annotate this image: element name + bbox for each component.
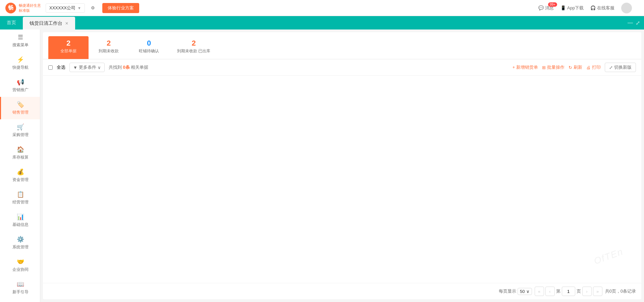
sidebar-item-search[interactable]: ☰ 搜索菜单 (0, 29, 40, 52)
toolbar-right: + 新增销货单 ⊞ 批量操作 ↻ 刷新 🖨 打印 ⤢ (513, 63, 636, 72)
settings-button[interactable]: ⚙ (88, 3, 98, 13)
company-selector[interactable]: XXXXXX公司 ▼ (46, 3, 85, 13)
stat-tab-overdue[interactable]: 2 到期未收款 (89, 36, 129, 59)
guide-icon: 📖 (17, 281, 24, 288)
toolbar: 全选 ▼ 更多条件 ∨ 共找到 0条 相关单据 + 新增销货单 ⊞ 批量操作 (43, 59, 641, 76)
avatar[interactable] (621, 3, 632, 13)
sidebar-item-sales[interactable]: 🏷️ 销售管理 (0, 97, 40, 119)
tab-bar-right: — ⤢ (628, 20, 644, 26)
page-last-button[interactable]: » (593, 287, 602, 296)
logo-area: 畅 畅捷通好生意 标准版 (5, 3, 46, 13)
batch-icon: ⊞ (542, 65, 546, 70)
top-header: 畅 畅捷通好生意 标准版 XXXXXX公司 ▼ ⚙ 体验行业方案 💬 消息 99… (0, 0, 644, 16)
page-first-button[interactable]: « (535, 287, 544, 296)
filter-button[interactable]: ▼ 更多条件 ∨ (69, 63, 105, 72)
header-right: 💬 消息 99+ 📱 App下载 🎧 在线客服 (538, 3, 639, 13)
print-button[interactable]: 🖨 打印 (586, 64, 601, 70)
empty-content (43, 76, 641, 283)
switch-icon: ⤢ (609, 65, 613, 70)
tab-bar: 首页 钱货日清工作台 ✕ — ⤢ (0, 16, 644, 29)
main-layout: ☰ 搜索菜单 ⚡ 快捷导航 📢 营销推广 🏷️ 销售管理 🛒 采购管理 🏠 库存… (0, 29, 644, 302)
add-sales-order-button[interactable]: + 新增销货单 (513, 64, 538, 70)
experience-button[interactable]: 体验行业方案 (102, 3, 139, 13)
tab-workbench[interactable]: 钱货日清工作台 ✕ (23, 17, 75, 30)
online-service-button[interactable]: 🎧 在线客服 (590, 5, 614, 11)
total-info: 共0页，0条记录 (605, 288, 636, 294)
sales-icon: 🏷️ (17, 101, 24, 108)
sidebar-item-basic-info[interactable]: 📊 基础信息 (0, 209, 40, 232)
message-button[interactable]: 💬 消息 99+ (538, 5, 554, 11)
finance-icon: 💰 (17, 168, 24, 176)
tab-close-icon[interactable]: ✕ (65, 21, 68, 26)
refresh-icon: ↻ (569, 65, 572, 70)
system-icon: ⚙️ (17, 236, 24, 243)
logo-text: 畅捷通好生意 标准版 (19, 3, 41, 13)
message-icon: 💬 (538, 5, 544, 10)
chevron-filter-icon: ∨ (98, 65, 101, 70)
stat-tab-wangpu[interactable]: 0 旺铺待确认 (129, 36, 169, 59)
operations-icon: 📋 (17, 191, 24, 198)
lightning-icon: ⚡ (17, 56, 24, 63)
pagination-bar: 每页显示 50 ∨ « ‹ 第 页 › » 共0页，0条记录 (43, 283, 641, 299)
batch-operation-button[interactable]: ⊞ 批量操作 (542, 64, 565, 70)
filter-icon: ▼ (73, 65, 77, 70)
page-navigation: « ‹ 第 页 › » (535, 287, 602, 296)
sidebar-item-system[interactable]: ⚙️ 系统管理 (0, 232, 40, 254)
switch-version-button[interactable]: ⤢ 切换新版 (605, 63, 636, 72)
service-icon: 🎧 (590, 5, 596, 10)
found-count: 0条 (123, 65, 130, 70)
content-inner: 2 全部单据 2 到期未收款 0 旺铺待确认 2 到期未收款 已出库 (43, 32, 641, 299)
page-number-input[interactable] (562, 287, 575, 296)
sidebar-item-purchase[interactable]: 🛒 采购管理 (0, 119, 40, 142)
page-size-dropdown[interactable]: 50 ∨ (518, 288, 532, 295)
search-menu-icon: ☰ (18, 34, 23, 41)
tab-minimize-icon[interactable]: — (628, 20, 633, 26)
sidebar-item-enterprise[interactable]: 🤝 企业协同 (0, 254, 40, 277)
page-next-button[interactable]: › (582, 287, 592, 296)
sidebar-item-operations[interactable]: 📋 经营管理 (0, 187, 40, 209)
purchase-icon: 🛒 (17, 123, 24, 131)
app-download-button[interactable]: 📱 App下载 (560, 5, 584, 11)
sidebar: ☰ 搜索菜单 ⚡ 快捷导航 📢 营销推广 🏷️ 销售管理 🛒 采购管理 🏠 库存… (0, 29, 40, 302)
stat-tab-all[interactable]: 2 全部单据 (48, 36, 89, 59)
refresh-button[interactable]: ↻ 刷新 (569, 64, 582, 70)
stats-tabs: 2 全部单据 2 到期未收款 0 旺铺待确认 2 到期未收款 已出库 (43, 32, 641, 59)
print-icon: 🖨 (586, 65, 591, 70)
inventory-icon: 🏠 (17, 146, 24, 153)
enterprise-icon: 🤝 (17, 258, 24, 265)
page-prev-button[interactable]: ‹ (545, 287, 555, 296)
tab-home[interactable]: 首页 (0, 16, 23, 29)
tab-expand-icon[interactable]: ⤢ (636, 20, 640, 26)
download-icon: 📱 (560, 5, 566, 10)
sidebar-item-inventory[interactable]: 🏠 库存核算 (0, 142, 40, 164)
message-badge: 99+ (548, 2, 557, 7)
sidebar-item-guide[interactable]: 📖 新手引导 (0, 277, 40, 299)
content-area: 2 全部单据 2 到期未收款 0 旺铺待确认 2 到期未收款 已出库 (40, 29, 644, 302)
marketing-icon: 📢 (17, 78, 24, 86)
dropdown-arrow-icon: ∨ (526, 289, 530, 294)
basic-info-icon: 📊 (17, 213, 24, 221)
sidebar-item-finance[interactable]: 💰 资金管理 (0, 164, 40, 187)
sidebar-item-marketing[interactable]: 📢 营销推广 (0, 74, 40, 97)
select-all-checkbox[interactable] (48, 65, 53, 70)
select-all-label: 全选 (57, 64, 65, 70)
sidebar-item-app-center[interactable]: 🎁 应用中心 (0, 299, 40, 302)
page-size-select: 每页显示 50 ∨ (499, 288, 532, 295)
found-text: 共找到 0条 相关单据 (109, 64, 148, 70)
sidebar-item-quick-nav[interactable]: ⚡ 快捷导航 (0, 52, 40, 74)
logo-icon: 畅 (5, 3, 16, 13)
stat-tab-overdue-out[interactable]: 2 到期未收款 已出库 (169, 36, 218, 59)
chevron-down-icon: ▼ (77, 6, 81, 10)
